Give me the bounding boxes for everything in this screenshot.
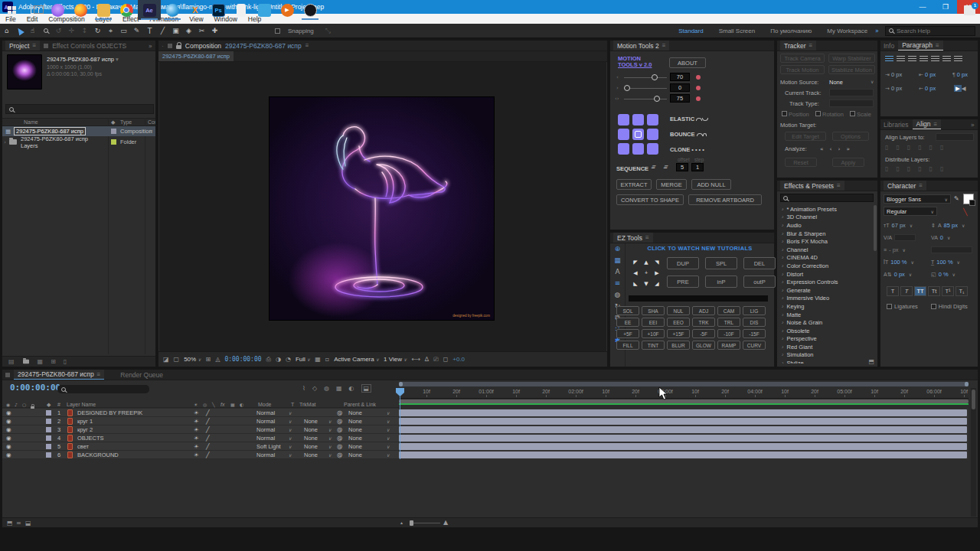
tab-ez-tools[interactable]: EZ Tools bbox=[617, 234, 642, 242]
ez-tool-button[interactable]: CURV bbox=[743, 341, 766, 350]
notification-center-button[interactable]: 1 bbox=[964, 5, 975, 15]
apply-dot-button[interactable] bbox=[696, 96, 701, 101]
track-type-select[interactable] bbox=[829, 99, 874, 107]
layer-visibility-eye-icon[interactable]: ◉ bbox=[6, 425, 11, 434]
scale-checkbox[interactable] bbox=[850, 111, 855, 116]
composition-mini-flowchart-icon[interactable]: ⌇ bbox=[302, 385, 305, 392]
effects-category[interactable]: ›Blur & Sharpen bbox=[777, 230, 874, 238]
layer-rasterize-icon[interactable]: ╱ bbox=[206, 434, 210, 442]
layer-color-label[interactable] bbox=[46, 442, 51, 451]
effects-category[interactable]: ›Simulation bbox=[777, 351, 874, 360]
tracking-field[interactable]: VA0∨ bbox=[931, 234, 950, 241]
ez-tool-button[interactable]: inP bbox=[705, 276, 737, 288]
timeline-layer-row[interactable]: ◉ 4 OBJECTS ☀ ╱ Normal∨ None∨ @ None∨ bbox=[2, 434, 399, 442]
project-list-header[interactable]: Name ◆ Type Comment bbox=[2, 118, 155, 126]
layer-rasterize-icon[interactable]: ╱ bbox=[206, 425, 210, 434]
project-item-name[interactable]: 292475-P6ZK80-687 испр Layers bbox=[21, 135, 101, 149]
ez-tool-button[interactable]: TRL bbox=[717, 318, 740, 327]
ez-tool-button[interactable]: +10F bbox=[642, 329, 665, 338]
ez-tool-button[interactable]: CAM bbox=[717, 306, 740, 315]
justify-last-left-icon[interactable] bbox=[920, 56, 928, 63]
add-null-button[interactable]: ADD NULL bbox=[691, 179, 731, 190]
project-col-name[interactable]: Name bbox=[24, 119, 38, 125]
label-color-swatch[interactable] bbox=[111, 129, 116, 134]
ez-tool-button[interactable]: SPL bbox=[705, 257, 737, 269]
camera-tool-icon[interactable]: ⌖ bbox=[104, 25, 117, 37]
layer-parent-pickwhip-icon[interactable]: @ bbox=[337, 434, 343, 442]
motion-blur-icon[interactable]: ◐ bbox=[349, 385, 354, 392]
mask-visibility-icon[interactable]: ◬ bbox=[215, 356, 220, 363]
leading-field[interactable]: ⇕A85 px∨ bbox=[931, 222, 965, 229]
effects-category[interactable]: ›* Animation Presets bbox=[777, 205, 874, 214]
fast-previews-icon[interactable]: ∆ bbox=[425, 356, 429, 363]
track-area[interactable] bbox=[399, 409, 969, 459]
layer-mode-select[interactable]: Normal∨ bbox=[255, 434, 293, 442]
edit-target-button[interactable]: Edit Target bbox=[785, 132, 826, 141]
layer-parent-pickwhip-icon[interactable]: @ bbox=[337, 409, 343, 417]
remove-artboard-button[interactable]: REMOVE ARTBOARD bbox=[688, 194, 762, 205]
layer-duration-bar[interactable] bbox=[399, 452, 967, 458]
warp-stabilizer-button[interactable]: Warp Stabilizer bbox=[828, 54, 875, 63]
tracker-options-button[interactable]: Options bbox=[832, 132, 869, 141]
ez-tool-button[interactable]: SHA bbox=[642, 306, 665, 315]
timeline-layer-row[interactable]: ◉ 6 BACKGROUND ☀ ╱ Normal∨ None∨ @ None∨ bbox=[2, 451, 399, 459]
layer-trkmat-select[interactable]: None∨ bbox=[302, 451, 333, 459]
effects-category[interactable]: ›Stylize bbox=[777, 359, 874, 364]
taskbar-app-phone[interactable] bbox=[230, 0, 253, 20]
ez-tool-button[interactable]: GLOW bbox=[692, 341, 715, 350]
project-col-comment[interactable]: Comment bbox=[148, 119, 155, 125]
t-column[interactable]: T bbox=[291, 402, 294, 407]
selection-tool-icon[interactable] bbox=[13, 25, 26, 37]
label-color-swatch[interactable] bbox=[111, 139, 116, 145]
zoom-in-mountain-icon[interactable]: ▲ bbox=[443, 519, 448, 526]
snapshot-icon[interactable]: ⎙ bbox=[266, 356, 271, 364]
taskbar-app-tv[interactable] bbox=[253, 0, 276, 20]
expand-layer-switches-icon[interactable]: ⬒ bbox=[7, 520, 13, 527]
project-item-name[interactable]: 292475-P6ZK80-687 испр bbox=[14, 127, 86, 135]
workspace-overflow-icon[interactable]: » bbox=[875, 28, 879, 34]
layer-quality-icon[interactable]: ☀ bbox=[194, 417, 199, 425]
camera-select[interactable]: Active Camera∨ bbox=[334, 356, 379, 363]
tab-effects-presets[interactable]: Effects & Presets bbox=[784, 182, 834, 190]
list-icon[interactable]: ≡ bbox=[610, 278, 625, 289]
ez-tool-button[interactable]: EE bbox=[616, 318, 639, 327]
faux-style-button[interactable]: T bbox=[887, 286, 899, 296]
motion-source-select[interactable]: None∨ bbox=[829, 79, 843, 86]
layer-name[interactable]: свет bbox=[77, 442, 89, 451]
effects-category[interactable]: ›Obsolete bbox=[777, 327, 874, 335]
new-folder-icon[interactable] bbox=[23, 360, 29, 364]
layer-color-label[interactable] bbox=[46, 409, 51, 417]
type-tool-icon[interactable]: T bbox=[143, 25, 156, 37]
shape-tool-icon[interactable]: ▭ bbox=[117, 25, 130, 37]
zoom-out-mountain-icon[interactable]: ▴ bbox=[400, 520, 403, 525]
track-motion-button[interactable]: Track Motion bbox=[780, 65, 825, 74]
ez-tool-button[interactable]: PRE bbox=[667, 276, 699, 288]
ez-tool-button[interactable]: DUP bbox=[667, 257, 699, 269]
view-layout-select[interactable]: 1 View∨ bbox=[384, 356, 407, 363]
layer-rasterize-icon[interactable]: ╱ bbox=[206, 417, 210, 425]
font-style-select[interactable]: Regular∨ bbox=[884, 207, 937, 216]
layer-rasterize-icon[interactable]: ╱ bbox=[206, 451, 210, 459]
layer-quality-icon[interactable]: ☀ bbox=[194, 434, 199, 442]
indent-right-field[interactable]: ⇤ 0 px bbox=[919, 71, 936, 78]
timeline-scrollbar-thumb[interactable] bbox=[972, 390, 975, 409]
viewer-timecode[interactable]: 0:00:00:00 bbox=[224, 356, 261, 363]
layer-name[interactable]: DESIGNED BY FREEPIK bbox=[77, 409, 142, 417]
layer-name[interactable]: круг 2 bbox=[77, 425, 93, 434]
ez-tool-button[interactable]: TINT bbox=[642, 341, 665, 350]
taskbar-app-mediaplayer[interactable]: ▶ bbox=[276, 0, 299, 20]
ez-tool-button[interactable]: NUL bbox=[667, 306, 690, 315]
layer-parent-select[interactable]: None∨ bbox=[347, 451, 391, 459]
mode-column[interactable]: Mode bbox=[258, 402, 272, 407]
puppet-tool-icon[interactable]: ✚ bbox=[208, 25, 221, 37]
no-fill-icon[interactable]: ╲ bbox=[963, 208, 967, 216]
layer-name-column[interactable]: Layer Name bbox=[67, 402, 96, 407]
stroke-style-select[interactable] bbox=[931, 246, 972, 253]
faux-style-button[interactable]: TT bbox=[914, 286, 926, 296]
orbit-camera-tool-icon[interactable]: ↺ bbox=[52, 25, 65, 37]
bounce-button[interactable]: BOUNCE bbox=[670, 131, 707, 138]
timeline-zoom-knob[interactable] bbox=[410, 520, 413, 526]
layer-parent-pickwhip-icon[interactable]: @ bbox=[337, 451, 343, 459]
navigator-start-handle[interactable] bbox=[399, 382, 403, 386]
layer-trkmat-select[interactable]: None∨ bbox=[302, 425, 333, 434]
